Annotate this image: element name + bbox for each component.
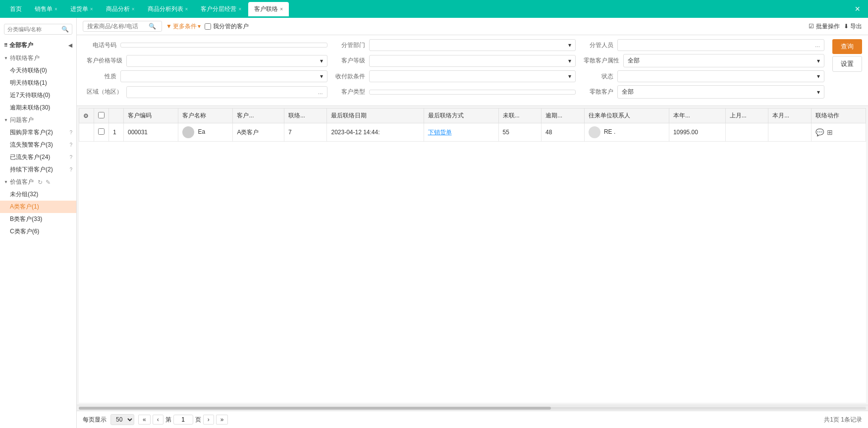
main-search-input[interactable] <box>87 23 147 30</box>
next-page-btn[interactable]: › <box>203 415 214 425</box>
th-check[interactable] <box>94 108 109 123</box>
th-category[interactable]: 客户... <box>233 108 284 123</box>
page-size-select[interactable]: 50 <box>110 414 134 425</box>
close-tab-sales[interactable]: × <box>54 6 57 12</box>
th-gear[interactable]: ⚙ <box>79 108 94 123</box>
sidebar-item-abnormal[interactable]: 囤购异常客户(2) ? <box>0 126 76 139</box>
region-input[interactable]: ... <box>126 86 327 98</box>
filter-payment: 收付款条件 <box>331 70 580 82</box>
tab-purchase[interactable]: 进货单 × <box>64 2 99 16</box>
content-area: 🔍 ▼ 更多条件 ▾ 我分管的客户 ☑ 批量操作 ⬇ 导出 <box>77 18 868 428</box>
query-btn[interactable]: 查询 <box>832 39 862 54</box>
group-problem-customers[interactable]: ▼ 问题客户 <box>0 114 76 126</box>
horizontal-scrollbar[interactable] <box>77 405 868 411</box>
top-nav: 首页 销售单 × 进货单 × 商品分析 × 商品分析列表 × 客户分层经营 × … <box>0 0 868 18</box>
sidebar-section-all-customers[interactable]: ⠿ 全部客户 ◀ <box>0 39 76 52</box>
export-btn[interactable]: ⬇ 导出 <box>844 22 862 31</box>
tab-customer-tier[interactable]: 客户分层经营 × <box>195 2 247 16</box>
scrollbar-thumb[interactable] <box>79 407 551 410</box>
batch-operation-btn[interactable]: ☑ 批量操作 <box>809 22 839 31</box>
filter-price-tier: 客户价格等级 <box>83 55 331 67</box>
sidebar-search-icon[interactable]: 🔍 <box>61 26 69 33</box>
th-last-month[interactable]: 上月... <box>725 108 768 123</box>
close-tab-customer-contact[interactable]: × <box>280 6 283 12</box>
sidebar-item-tomorrow[interactable]: 明天待联络(1) <box>0 77 76 89</box>
sidebar-item-class-b[interactable]: B类客户(33) <box>0 213 76 225</box>
retail-customer-select[interactable]: 全部 <box>617 85 824 99</box>
th-code[interactable]: 客户编码 <box>124 108 178 123</box>
close-window-btn[interactable]: × <box>851 4 864 14</box>
td-index: 1 <box>109 123 124 142</box>
payment-select[interactable] <box>369 70 576 82</box>
th-contact[interactable]: 联络... <box>284 108 327 123</box>
nature-select[interactable] <box>120 70 327 82</box>
main-search-box[interactable]: 🔍 <box>83 21 162 32</box>
select-all-checkbox[interactable] <box>98 112 105 118</box>
filter-panel: 电话号码 分管部门 分管人员 ... <box>77 35 868 106</box>
td-year-amount: 10995.00 <box>669 123 725 142</box>
td-code[interactable]: 000031 <box>124 123 178 142</box>
sidebar-item-7days[interactable]: 近7天待联络(0) <box>0 89 76 102</box>
settings-btn[interactable]: 设置 <box>832 56 862 72</box>
dept-select[interactable] <box>369 39 576 51</box>
th-uncontacted[interactable]: 未联... <box>498 108 542 123</box>
th-last-date[interactable]: 最后联络日期 <box>327 108 424 123</box>
sidebar-item-unclassified[interactable]: 未分组(32) <box>0 188 76 201</box>
prev-page-btn[interactable]: ‹ <box>153 415 163 425</box>
tab-home[interactable]: 首页 <box>4 2 28 16</box>
sidebar-item-overdue[interactable]: 逾期未联络(30) <box>0 102 76 114</box>
more-filters-btn[interactable]: ▼ 更多条件 ▾ <box>166 22 201 31</box>
edit-icon[interactable]: ✎ <box>46 179 51 186</box>
collapse-icon[interactable]: ◀ <box>68 43 72 48</box>
chat-icon[interactable]: 💬 <box>815 128 824 136</box>
th-name[interactable]: 客户名称 <box>178 108 233 123</box>
close-tab-product-analysis[interactable]: × <box>132 6 135 12</box>
customer-type-input[interactable] <box>369 90 576 95</box>
my-customers-checkbox[interactable]: 我分管的客户 <box>205 22 249 31</box>
search-icon[interactable]: 🔍 <box>149 23 156 30</box>
sidebar-item-class-a[interactable]: A类客户(1) <box>0 201 76 213</box>
price-tier-select[interactable] <box>126 55 327 67</box>
th-unit-contacts[interactable]: 往来单位联系人 <box>584 108 669 123</box>
td-last-method[interactable]: 下销货单 <box>424 123 498 142</box>
phone-input[interactable] <box>120 43 327 48</box>
filter-row-2: 客户价格等级 客户等级 零散客户属性 <box>83 54 828 67</box>
td-gear <box>79 123 94 142</box>
td-check[interactable] <box>94 123 109 142</box>
customer-tier-select[interactable] <box>369 55 576 67</box>
sidebar-item-class-c[interactable]: C类客户(6) <box>0 225 76 238</box>
sidebar-item-today[interactable]: 今天待联络(0) <box>0 64 76 77</box>
tab-customer-contact[interactable]: 客户联络 × <box>248 2 289 16</box>
sidebar-search-box[interactable]: 🔍 <box>4 24 72 35</box>
tab-sales[interactable]: 销售单 × <box>29 2 63 16</box>
close-tab-customer-tier[interactable]: × <box>238 6 241 12</box>
filter-row-4: 区域（地区） ... 客户类型 零散客户 全部 <box>83 85 828 99</box>
my-customers-check[interactable] <box>205 23 211 30</box>
close-tab-product-analysis-list[interactable]: × <box>185 6 188 12</box>
refresh-icon[interactable]: ↻ <box>38 179 43 186</box>
row-checkbox[interactable] <box>98 128 105 135</box>
more-action-icon[interactable]: ⊞ <box>827 128 833 136</box>
manager-input[interactable]: ... <box>617 39 824 51</box>
th-last-method[interactable]: 最后联络方式 <box>424 108 498 123</box>
tab-product-analysis[interactable]: 商品分析 × <box>100 2 141 16</box>
th-year-amount[interactable]: 本年... <box>669 108 725 123</box>
sidebar-item-declining[interactable]: 持续下滑客户(2) ? <box>0 163 76 176</box>
first-page-btn[interactable]: « <box>138 415 151 425</box>
th-overdue[interactable]: 逾期... <box>542 108 585 123</box>
last-page-btn[interactable]: » <box>216 415 228 425</box>
retail-attr-select[interactable]: 全部 <box>623 54 824 67</box>
page-number-input[interactable] <box>173 415 193 425</box>
sidebar-search-input[interactable] <box>7 26 59 32</box>
avatar <box>182 126 194 138</box>
status-select[interactable] <box>617 70 824 82</box>
group-pending-contact[interactable]: ▼ 待联络客户 <box>0 52 76 64</box>
sidebar-item-churned[interactable]: 已流失客户(24) ? <box>0 151 76 163</box>
tab-product-analysis-list[interactable]: 商品分析列表 × <box>142 2 194 16</box>
scrollbar-track <box>79 407 866 410</box>
filter-phone: 电话号码 <box>83 41 331 50</box>
th-this-month[interactable]: 本月... <box>768 108 812 123</box>
group-value-customers[interactable]: ▼ 价值客户 ↻ ✎ <box>0 176 76 188</box>
close-tab-purchase[interactable]: × <box>90 6 93 12</box>
sidebar-item-churn-warning[interactable]: 流失预警客户(3) ? <box>0 139 76 151</box>
